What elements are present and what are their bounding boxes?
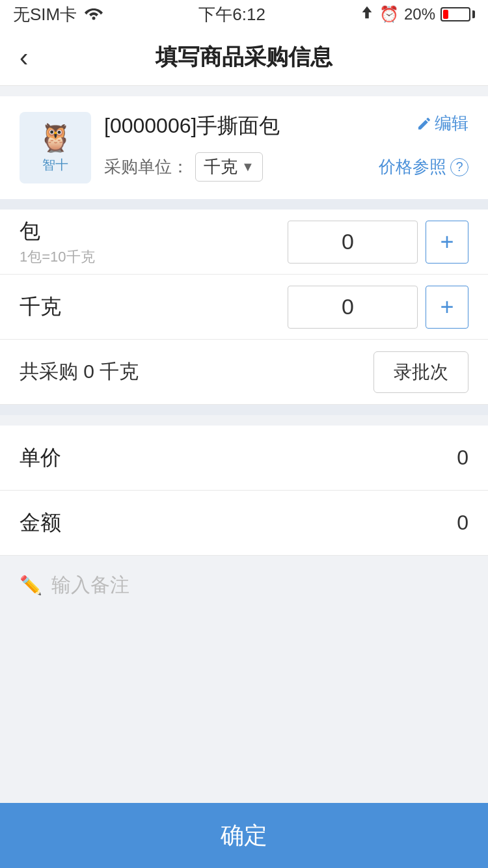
product-name: [0000006]手撕面包 [104, 112, 280, 141]
unit-selector[interactable]: 千克 ▼ [195, 152, 263, 182]
wifi-icon [83, 5, 104, 25]
input-section: 包 1包=10千克 + 千克 + 共采购 0 千克 录批次 [0, 210, 488, 405]
time-text: 下午6:12 [198, 3, 265, 26]
bag-quantity-input[interactable] [288, 221, 418, 264]
confirm-label: 确定 [221, 820, 267, 852]
product-image: 🦉 智十 [20, 112, 91, 183]
kg-plus-button[interactable]: + [426, 286, 468, 329]
bag-sub-label: 1包=10千克 [20, 247, 95, 267]
bag-plus-button[interactable]: + [426, 221, 468, 264]
unit-row: 采购单位： 千克 ▼ 价格参照 ? [104, 152, 468, 182]
unit-value: 千克 [204, 156, 237, 178]
page-title: 填写商品采购信息 [156, 42, 332, 72]
status-right: ⏰ 20% [360, 5, 475, 23]
batch-button[interactable]: 录批次 [373, 351, 468, 393]
unit-price-value: 0 [457, 446, 468, 470]
product-owl-icon: 🦉 [38, 122, 72, 154]
kg-input-row: 千克 + [0, 275, 488, 340]
svg-point-0 [92, 16, 96, 20]
nav-bar: ‹ 填写商品采购信息 [0, 29, 488, 86]
price-ref-label: 价格参照 [379, 156, 446, 178]
kg-input-controls: + [288, 286, 468, 329]
battery-icon [441, 7, 475, 21]
product-name-row: [0000006]手撕面包 编辑 [104, 112, 468, 141]
price-ref-button[interactable]: 价格参照 ? [379, 156, 468, 178]
unit-price-row: 单价 0 [0, 426, 488, 491]
product-brand-label: 智十 [42, 156, 68, 174]
edit-button[interactable]: 编辑 [416, 112, 468, 135]
amount-value: 0 [457, 511, 468, 535]
help-icon: ? [450, 158, 468, 176]
bag-input-controls: + [288, 221, 468, 264]
carrier-text: 无SIM卡 [13, 3, 77, 26]
kg-label: 千克 [20, 293, 61, 321]
bag-input-row: 包 1包=10千克 + [0, 210, 488, 275]
unit-price-label: 单价 [20, 444, 61, 472]
product-id: [0000006] [104, 114, 197, 137]
note-section[interactable]: ✏️ 输入备注 [0, 556, 488, 614]
bag-label: 包 [20, 217, 95, 246]
section-divider-2 [0, 405, 488, 415]
battery-percent: 20% [404, 5, 435, 23]
unit-label: 采购单位： [104, 156, 189, 178]
location-icon [360, 5, 374, 23]
confirm-button[interactable]: 确定 [0, 803, 488, 868]
section-divider-1 [0, 199, 488, 210]
amount-label: 金额 [20, 509, 61, 537]
bag-label-group: 包 1包=10千克 [20, 217, 95, 267]
product-card: 🦉 智十 [0000006]手撕面包 编辑 采购单位： 千克 ▼ 价格参照 [0, 96, 488, 199]
bottom-space [0, 614, 488, 809]
status-bar: 无SIM卡 下午6:12 ⏰ 20% [0, 0, 488, 29]
kg-quantity-input[interactable] [288, 286, 418, 329]
total-row: 共采购 0 千克 录批次 [0, 340, 488, 405]
alarm-icon: ⏰ [379, 5, 399, 23]
amount-row: 金额 0 [0, 491, 488, 556]
pencil-icon: ✏️ [20, 575, 42, 596]
back-button[interactable]: ‹ [20, 44, 28, 70]
status-left: 无SIM卡 [13, 3, 104, 26]
note-placeholder: 输入备注 [51, 572, 129, 599]
dropdown-arrow-icon: ▼ [241, 159, 254, 174]
kg-label-group: 千克 [20, 293, 61, 321]
product-info: [0000006]手撕面包 编辑 采购单位： 千克 ▼ 价格参照 ? [104, 112, 468, 182]
product-title: 手撕面包 [197, 114, 280, 137]
price-section: 单价 0 金额 0 [0, 426, 488, 556]
total-label: 共采购 0 千克 [20, 359, 139, 385]
